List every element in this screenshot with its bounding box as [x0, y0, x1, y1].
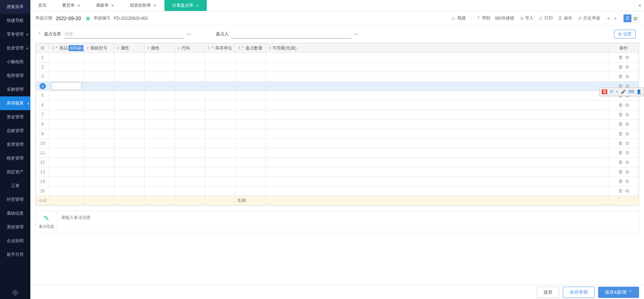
print-link[interactable]: ⎙打印 — [538, 15, 553, 21]
sidebar-settings[interactable] — [0, 287, 30, 299]
copy-row-icon[interactable]: ⧉ — [626, 179, 629, 184]
copy-row-icon[interactable]: ⧉ — [626, 64, 629, 70]
view-list[interactable]: ☰ — [624, 14, 631, 22]
table-row[interactable]: 5🗑⧉ — [36, 91, 639, 101]
sidebar-item-13[interactable]: 工资 — [0, 179, 30, 193]
sort-icon[interactable]: ▲▼ — [86, 46, 89, 50]
copy-row-icon[interactable]: ⧉ — [626, 150, 629, 155]
tab-0[interactable]: 首页 — [30, 0, 54, 11]
close-icon[interactable]: ✕ — [195, 3, 199, 8]
nav-next[interactable]: ► — [613, 16, 619, 21]
delete-row-icon[interactable]: 🗑 — [618, 188, 623, 193]
tab-3[interactable]: 组装拆卸单✕ — [122, 0, 164, 11]
table-row[interactable]: 6🗑⧉ — [36, 101, 639, 110]
sidebar-item-2[interactable]: 零售管理▾ — [0, 28, 30, 41]
sort-icon[interactable]: ▲▼ — [147, 46, 150, 50]
delete-row-icon[interactable]: 🗑 — [618, 131, 623, 136]
delete-row-icon[interactable]: 🗑 — [618, 102, 623, 108]
sidebar-item-11[interactable]: 税务管理 — [0, 151, 30, 165]
tab-4[interactable]: 分量盘点单✕ — [164, 0, 207, 11]
col-unit[interactable]: ▲▼* 库存单位 — [205, 43, 236, 53]
table-row[interactable]: 1🗑⧉ — [36, 53, 639, 62]
tab-2[interactable]: 调拨单✕ — [88, 0, 122, 11]
nav-prev[interactable]: ◄ — [605, 16, 611, 21]
col-qty[interactable]: ▲▼* 盘点数量 — [236, 43, 266, 53]
sidebar-item-17[interactable]: 企业协同 — [0, 234, 30, 248]
table-row[interactable]: 14🗑⧉ — [36, 177, 639, 186]
ime-mic-icon[interactable]: 🎤 — [621, 89, 626, 94]
sidebar-item-0[interactable]: 搜索菜单 — [0, 0, 30, 14]
video-link[interactable]: ▷视频 — [451, 15, 466, 21]
calendar-icon[interactable]: ▦ — [86, 16, 90, 21]
col-attr[interactable]: ▲▼属性 — [114, 43, 145, 53]
table-row[interactable]: 8🗑⧉ — [36, 120, 639, 129]
copy-row-icon[interactable]: ⧉ — [626, 74, 629, 79]
table-row[interactable]: 15🗑⧉ — [36, 186, 639, 196]
sidebar-item-1[interactable]: 快捷导航 — [0, 14, 30, 28]
table-row[interactable]: 2🗑⧉ — [36, 62, 639, 72]
history-link[interactable]: ↺历史单据 — [577, 15, 600, 21]
copy-row-icon[interactable]: ⧉ — [626, 102, 629, 108]
copy-row-icon[interactable]: ⧉ — [626, 169, 629, 174]
sort-icon[interactable]: ▲▼ — [52, 46, 55, 50]
copy-row-icon[interactable]: ⧉ — [626, 188, 629, 193]
sort-icon[interactable]: ▲▼ — [268, 46, 271, 50]
sidebar-item-10[interactable]: 发票管理 — [0, 138, 30, 151]
discard-button[interactable]: 放弃 — [537, 287, 559, 298]
table-row[interactable]: 7🗑⧉ — [36, 110, 639, 120]
table-row[interactable]: 3🗑⧉ — [36, 72, 639, 82]
product-cell-input[interactable] — [52, 82, 82, 90]
view-grid[interactable]: ▤ — [631, 14, 639, 22]
delete-row-icon[interactable]: 🗑 — [618, 121, 623, 127]
sidebar-item-6[interactable]: 采购管理 — [0, 83, 30, 96]
copy-row-icon[interactable]: ⧉ — [626, 131, 629, 136]
warehouse-more-icon[interactable]: ⋯ — [187, 32, 191, 37]
sort-icon[interactable]: ▲▼ — [116, 46, 120, 50]
ime-punct-icon[interactable]: •, — [616, 89, 619, 94]
delete-row-icon[interactable]: 🗑 — [618, 150, 623, 155]
ime-toolbar[interactable]: S 中 •, 🎤 ⌨ 👤 — [599, 88, 644, 96]
help-link[interactable]: ?帮助 — [476, 15, 490, 21]
copy-row-icon[interactable]: ⧉ — [626, 140, 629, 146]
scan-tag[interactable]: 扫码录入 — [68, 45, 84, 51]
table-row[interactable]: 11🗑⧉ — [36, 148, 639, 158]
col-product[interactable]: ▲▼* 商品扫码录入 — [49, 43, 84, 53]
sidebar-item-12[interactable]: 固定资产 — [0, 165, 30, 179]
date-value[interactable]: 2022-09-20 — [56, 16, 81, 21]
table-row[interactable]: 9🗑⧉ — [36, 129, 639, 139]
col-spec[interactable]: ▲▼规格型号 — [84, 43, 114, 53]
col-color[interactable]: ▲▼颜色 — [145, 43, 175, 53]
remark-input[interactable] — [58, 211, 639, 232]
sort-icon[interactable]: ▲▼ — [207, 46, 211, 50]
ime-lang[interactable]: 中 — [609, 89, 614, 95]
operate-link[interactable]: ☰操作 — [558, 15, 572, 21]
settings-button[interactable]: ⚙ 设置 — [614, 30, 636, 38]
delete-row-icon[interactable]: 🗑 — [618, 74, 623, 79]
person-more-icon[interactable]: ⋯ — [354, 32, 359, 37]
save-new-button[interactable]: 保存&新增⌃ — [598, 287, 639, 298]
delete-row-icon[interactable]: 🗑 — [618, 112, 623, 117]
copy-row-icon[interactable]: ⧉ — [626, 112, 629, 117]
ime-keyboard-icon[interactable]: ⌨ — [628, 89, 634, 94]
close-icon[interactable]: ✕ — [111, 3, 114, 8]
delete-row-icon[interactable]: 🗑 — [618, 169, 623, 174]
import-link[interactable]: ⇲导入 — [519, 15, 534, 21]
delete-row-icon[interactable]: 🗑 — [618, 179, 623, 184]
sidebar-item-4[interactable]: 小畅电商 — [0, 55, 30, 69]
sidebar-item-18[interactable]: 新手引导 — [0, 248, 30, 262]
close-all-tabs[interactable]: ✕ — [635, 0, 644, 11]
save-draft-button[interactable]: 保存草稿 — [563, 287, 595, 298]
ime-user-icon[interactable]: 👤 — [636, 89, 642, 94]
delete-row-icon[interactable]: 🗑 — [618, 64, 623, 70]
col-size[interactable]: ▲▼尺码 — [175, 43, 205, 53]
add-row-button[interactable]: + — [40, 83, 46, 89]
sidebar-item-7[interactable]: 库存核算◂ — [0, 96, 30, 110]
table-row[interactable]: 13🗑⧉ — [36, 167, 639, 177]
sidebar-item-14[interactable]: 经营管理 — [0, 193, 30, 207]
sidebar-item-16[interactable]: 系统管理 — [0, 220, 30, 234]
tab-1[interactable]: 要货单✕ — [54, 0, 88, 11]
sort-icon[interactable]: ▲▼ — [177, 46, 180, 50]
sidebar-item-9[interactable]: 总账管理 — [0, 124, 30, 138]
warehouse-input[interactable] — [64, 30, 184, 38]
delete-row-icon[interactable]: 🗑 — [618, 160, 623, 165]
